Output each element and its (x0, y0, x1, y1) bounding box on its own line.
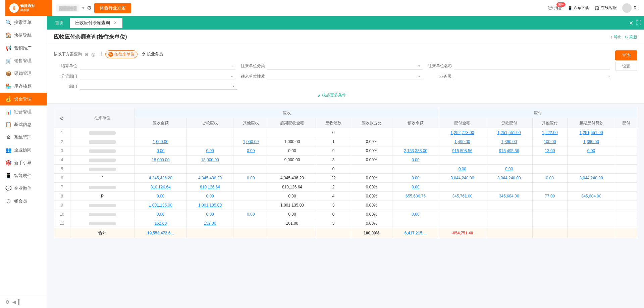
breadcrumb-chevron-icon[interactable]: ▾ (82, 6, 84, 10)
scheme-option-salesman-label: 按业务员 (147, 51, 163, 57)
sidebar-label-inventory: 库存核算 (14, 83, 32, 89)
wanglai-fenlei-label: 往来单位分类 (241, 63, 264, 69)
guide-icon: 🎯 (5, 160, 11, 166)
fenguan-select[interactable]: ▾ (80, 73, 235, 80)
message-button[interactable]: 💬 消息 99+ (548, 5, 562, 11)
app-download-button[interactable]: 📱 App下载 (568, 5, 589, 11)
filter-field-xingzhi: 往来单位性质 ▾ (241, 73, 423, 80)
table-footer-row: 合计 19,553,472,6... 100.00% 6,417,215....… (54, 228, 637, 238)
fenguan-label: 分管部门 (54, 74, 77, 79)
header-breadcrumb: ▓▓▓▓▓▓ (56, 4, 79, 12)
sidebar-label-member: 畅会员 (14, 198, 27, 204)
yewuyuan-label: 业务员 (428, 74, 451, 79)
scheme-option-salesman[interactable]: ⏱ 按业务员 (139, 50, 166, 58)
partner-cell: ˇ (70, 174, 135, 183)
sidebar-item-basic[interactable]: 📋 基础信息 (0, 118, 47, 131)
sidebar-item-inventory[interactable]: 🏪 库存核算 (0, 80, 47, 93)
sales-icon: 🛒 (5, 58, 11, 64)
sidebar-item-wechat[interactable]: 💬 企业微信 (0, 182, 47, 195)
yewuyuan-input[interactable] (454, 73, 606, 80)
refresh-button[interactable]: ↻ 刷新 (625, 34, 637, 40)
sidebar-item-marketing[interactable]: 📢 营销推广 (0, 42, 47, 54)
sidebar-item-collab[interactable]: 👥 企业协同 (0, 144, 47, 157)
xingzhi-select[interactable]: ▾ (267, 73, 423, 80)
settings-col-header[interactable]: ⚙ (54, 108, 70, 128)
tab-query-label: 应收应付余额查询 (75, 20, 110, 25)
filter-field-yewuyuan: 业务员 ··· (428, 73, 610, 80)
fenguan-chevron-icon: ▾ (231, 75, 233, 78)
home-icon: 🏠 (5, 32, 11, 38)
footer-yingshou-yushou[interactable]: 6,417,215.... (392, 228, 439, 238)
sidebar-item-member[interactable]: ⬡ 畅会员 (0, 195, 47, 208)
export-button[interactable]: ↑ 导出 (610, 34, 622, 40)
sidebar-item-operation[interactable]: 📊 经营管理 (0, 105, 47, 118)
sidebar-label-sales: 销售管理 (14, 58, 32, 64)
scheme-add-icon[interactable]: ⊕ (85, 52, 89, 57)
member-icon: ⬡ (5, 198, 11, 204)
footer-yingshou-bs (316, 228, 351, 238)
online-service-button[interactable]: 🎧 在线客服 (594, 5, 617, 11)
tab-query[interactable]: 应收应付余额查询 ✕ (70, 18, 122, 28)
export-icon: ↑ (610, 35, 612, 40)
tab-close-icon[interactable]: ✕ (113, 20, 117, 25)
sidebar-item-purchase[interactable]: 📦 采购管理 (0, 67, 47, 80)
clock-icon: ⏱ (142, 52, 146, 57)
wanglai-name-input[interactable] (454, 62, 610, 70)
sidebar-item-finance[interactable]: 💰 资金管理 (0, 93, 47, 105)
partner-scheme-icon: W (108, 52, 113, 57)
jiesuan-dots-icon[interactable]: ··· (232, 63, 235, 68)
service-label: 在线客服 (601, 5, 617, 11)
settings-bottom-icon[interactable]: ⚙ (5, 299, 10, 305)
scheme-option-partner[interactable]: W 按往来单位 (105, 50, 138, 58)
footer-yingfu-dk (486, 228, 532, 238)
tab-close-window-icon[interactable]: ✕ (629, 20, 633, 26)
set-button[interactable]: 设置 (615, 62, 637, 71)
sidebar-item-quicknav[interactable]: 🏠 快捷导航 (0, 29, 47, 42)
table-settings-icon[interactable]: ⚙ (60, 116, 64, 121)
settings-icon[interactable]: ⚙ (87, 5, 92, 11)
jiesuan-input[interactable] (80, 62, 232, 70)
footer-yingshou-qt (233, 228, 268, 238)
top-header: 6 畅捷通财 标准版 ▓▓▓▓▓▓ ▾ ⚙ 体验行业方案 💬 消息 99+ 📱 … (0, 0, 644, 16)
collapse-sidebar-icon[interactable]: ◀▐ (12, 299, 19, 305)
footer-yingfu-je[interactable]: -654,751.40 (439, 228, 486, 238)
table-row: 30.000.000.000.0090.00%2,153,333.00915,5… (54, 146, 637, 156)
table-row: 91,001,135.001,001,135.001,001,135.0030.… (54, 201, 637, 210)
sidebar-label-collab: 企业协同 (14, 147, 32, 153)
scheme-eye-icon[interactable]: ◎ (91, 52, 95, 57)
sidebar-label-quicknav: 快捷导航 (14, 32, 32, 38)
wanglai-fenlei-select[interactable]: ▾ (267, 63, 423, 70)
yingshou-group-header: 应收 (135, 108, 439, 118)
sidebar-item-search[interactable]: 🔍 搜索菜单 (0, 16, 47, 29)
wechat-icon: 💬 (5, 185, 11, 191)
tab-home[interactable]: 首页 (50, 18, 69, 28)
basic-icon: 📋 (5, 122, 11, 128)
scheme-options: W 按往来单位 ⏱ 按业务员 (105, 50, 166, 58)
collab-icon: 👥 (5, 147, 11, 153)
sidebar-item-hardware[interactable]: 📱 智能硬件 (0, 169, 47, 182)
wanglai-name-label: 往来单位名称 (428, 63, 451, 69)
finance-icon: 💰 (5, 96, 11, 102)
tab-maximize-icon[interactable]: ⛶ (636, 20, 641, 26)
collapse-button[interactable]: ∧ 收起更多条件 (318, 92, 346, 98)
user-area: Rit (622, 3, 639, 13)
col-yingshou-zb: 应收款占比 (351, 118, 392, 128)
wanglai-fenlei-chevron-icon: ▾ (418, 64, 420, 68)
footer-label: 合计 (70, 228, 135, 238)
search-icon: 🔍 (5, 19, 11, 26)
query-button[interactable]: 查询 (615, 50, 637, 60)
bumen-select[interactable]: ▾ (80, 83, 237, 90)
sidebar-item-system[interactable]: ⚙ 系统管理 (0, 131, 47, 144)
filter-schemes: 按以下方案查询 ⊕ ◎ 《 W 按往来单位 ⏱ (54, 50, 610, 58)
marketing-icon: 📢 (5, 45, 11, 51)
yewuyuan-dots-icon[interactable]: ··· (606, 74, 610, 79)
page-header: 应收应付余额查询(按往来单位) ↑ 导出 ↻ 刷新 (47, 30, 644, 45)
footer-yingshou-je[interactable]: 19,553,472,6... (135, 228, 186, 238)
sidebar-item-guide[interactable]: 🎯 新手引导 (0, 157, 47, 169)
plan-button[interactable]: 体验行业方案 (94, 3, 131, 13)
filter-rows: 结算单位 ··· 往来单位分类 ▾ (54, 62, 610, 90)
sidebar-item-sales[interactable]: 🛒 销售管理 (0, 54, 47, 67)
partner-cell: P (70, 192, 135, 201)
table-wrapper: ⚙ 往来单位 应收 应付 应收金额 贷款应收 其他应收 超期应收金额 应收笔数 … (47, 108, 644, 245)
scheme-back-icon[interactable]: 《 (98, 51, 103, 57)
